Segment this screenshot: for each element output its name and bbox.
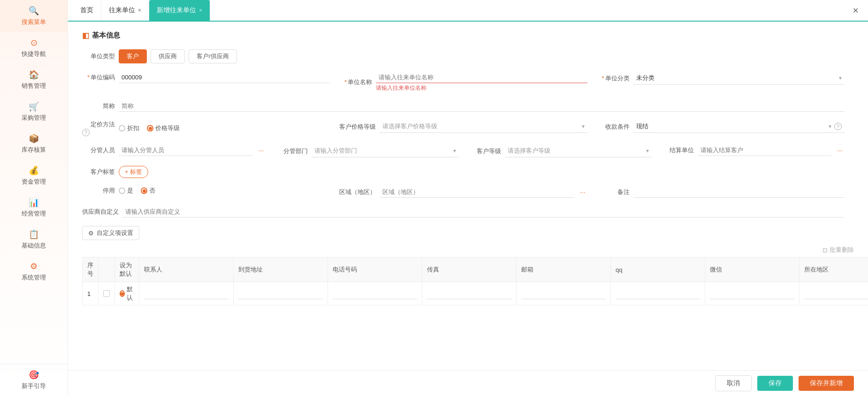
sales-icon: 🏠 [29, 70, 39, 80]
region-label: 区域（地区） [339, 188, 376, 196]
sidebar-item-operations[interactable]: 📊 经营管理 [0, 192, 68, 224]
system-icon: ⚙ [30, 261, 38, 272]
col-location: 所在地区 [799, 257, 868, 282]
type-btn-both[interactable]: 客户/供应商 [189, 49, 237, 63]
row-fax-input[interactable] [427, 288, 511, 299]
unit-name-input[interactable] [376, 72, 587, 83]
row-default-radio[interactable]: 默认 [120, 285, 134, 302]
sidebar-sales-label: 销售管理 [22, 82, 46, 90]
unit-info-row: *单位编码 *单位名称 请输入往来单位名称 *单位分类 未分类 [82, 72, 854, 92]
pricing-level-radio[interactable]: 价格等级 [147, 124, 180, 132]
payment-terms-value: 现结 [636, 122, 829, 131]
disabled-yes-circle [119, 187, 125, 194]
row-location-input[interactable] [804, 288, 868, 299]
col-email: 邮箱 [517, 257, 611, 282]
tab-home[interactable]: 首页 [73, 0, 101, 21]
save-new-button[interactable]: 保存并新增 [799, 376, 854, 391]
unit-code-label: *单位编码 [82, 73, 115, 82]
sidebar-operations-label: 经营管理 [22, 210, 46, 218]
col-seq: 序号 [83, 257, 99, 282]
row-address-input[interactable] [238, 288, 323, 299]
settlement-unit-more-btn[interactable]: ··· [835, 147, 845, 154]
tab-partners-close[interactable]: × [138, 7, 141, 14]
unit-type-label: 单位类型 [82, 52, 115, 61]
sidebar-system-label: 系统管理 [22, 273, 46, 282]
unit-name-error: 请输入往来单位名称 [376, 84, 587, 92]
unit-type-btn-group: 客户 供应商 客户/供应商 [119, 49, 237, 63]
short-name-row: 简称 [82, 101, 854, 112]
supplier-custom-input[interactable] [122, 206, 845, 217]
short-name-input[interactable] [119, 101, 845, 112]
tag-add-button[interactable]: + 标签 [119, 166, 148, 178]
manager-input[interactable] [119, 145, 253, 156]
cancel-button[interactable]: 取消 [715, 375, 752, 391]
inventory-icon: 📦 [29, 133, 39, 144]
unit-category-field: *单位分类 未分类 ▾ [597, 72, 854, 85]
row-wechat-input[interactable] [710, 288, 794, 299]
row-email-input[interactable] [521, 288, 606, 299]
pricing-help-icon[interactable]: ? [82, 129, 90, 136]
sidebar-item-quick-nav[interactable]: ⊙ 快捷导航 [0, 32, 68, 64]
sidebar-item-purchase[interactable]: 🛒 采购管理 [0, 96, 68, 128]
disabled-no-radio[interactable]: 否 [141, 186, 155, 195]
disabled-label: 停用 [82, 186, 115, 195]
operations-icon: 📊 [29, 197, 39, 208]
disabled-yes-radio[interactable]: 是 [119, 186, 133, 195]
row-email [517, 282, 611, 305]
region-input[interactable] [380, 186, 574, 198]
region-field: 区域（地区） ··· [339, 186, 596, 198]
type-btn-customer[interactable]: 客户 [119, 49, 147, 63]
region-more-btn[interactable]: ··· [578, 188, 587, 196]
customer-tag-row: 客户标签 + 标签 [82, 166, 854, 178]
settlement-unit-input[interactable] [698, 145, 832, 156]
row-phone-input[interactable] [333, 288, 417, 299]
tab-new-partner[interactable]: 新增往来单位 × [149, 0, 210, 21]
custom-settings-button[interactable]: ⚙ 自定义项设置 [82, 226, 139, 240]
save-button[interactable]: 保存 [757, 376, 793, 391]
col-default: 设为默认 [115, 257, 139, 282]
home-icon: ⊙ [30, 38, 38, 48]
customer-level-arrow: ▾ [646, 148, 649, 154]
manager-more-btn[interactable]: ··· [257, 147, 266, 154]
disabled-radio-group: 是 否 [119, 186, 155, 195]
customer-price-level-arrow: ▾ [582, 123, 585, 130]
custom-settings-label: 自定义项设置 [97, 229, 133, 237]
unit-category-value: 未分类 [636, 74, 839, 82]
type-btn-supplier[interactable]: 供应商 [151, 49, 185, 63]
department-select[interactable]: 请输入分管部门 ▾ [312, 145, 458, 157]
settlement-unit-label: 结算单位 [661, 146, 694, 155]
sidebar-item-finance[interactable]: 💰 资金管理 [0, 160, 68, 192]
customer-price-level-placeholder: 请选择客户价格等级 [382, 122, 581, 131]
unit-code-input[interactable] [119, 72, 330, 83]
sidebar-item-system[interactable]: ⚙ 系统管理 [0, 256, 68, 287]
department-field: 分管部门 请输入分管部门 ▾ [275, 145, 468, 157]
tab-partners[interactable]: 往来单位 × [101, 0, 149, 21]
sidebar-item-sales[interactable]: 🏠 销售管理 [0, 64, 68, 96]
batch-delete-button[interactable]: ⊡ 批量删除 [822, 246, 854, 254]
pricing-discount-circle [119, 125, 125, 132]
payment-terms-select[interactable]: 现结 ▾ ? [633, 120, 845, 133]
department-arrow: ▾ [453, 148, 456, 154]
pricing-level-label: 价格等级 [155, 124, 180, 132]
pricing-discount-label: 折扣 [127, 124, 139, 132]
sidebar-finance-label: 资金管理 [22, 178, 46, 186]
row-qq-input[interactable] [616, 288, 700, 299]
unit-category-label: *单位分类 [597, 74, 630, 83]
row-checkbox[interactable] [103, 290, 110, 297]
remark-input[interactable] [633, 186, 845, 198]
row-wechat [705, 282, 799, 305]
customer-price-level-select[interactable]: 请选择客户价格等级 ▾ [380, 120, 587, 133]
customer-level-select[interactable]: 请选择客户等级 ▾ [505, 145, 652, 157]
sidebar-item-inventory[interactable]: 📦 库存核算 [0, 128, 68, 160]
sidebar-item-search[interactable]: 🔍 搜索菜单 [0, 0, 68, 32]
tab-new-partner-close[interactable]: × [199, 7, 202, 14]
tabbar-global-close[interactable]: ✕ [848, 6, 863, 15]
pricing-discount-radio[interactable]: 折扣 [119, 124, 139, 132]
row-seq: 1 [83, 282, 99, 305]
sidebar-item-guide[interactable]: 🎯 新手引导 [0, 364, 68, 396]
batch-delete-label: 批量删除 [830, 246, 854, 254]
row-contact-input[interactable] [144, 288, 228, 299]
sidebar-item-basic-info[interactable]: 📋 基础信息 [0, 224, 68, 256]
unit-category-select[interactable]: 未分类 ▾ [633, 72, 845, 85]
payment-terms-help-icon[interactable]: ? [834, 123, 842, 130]
